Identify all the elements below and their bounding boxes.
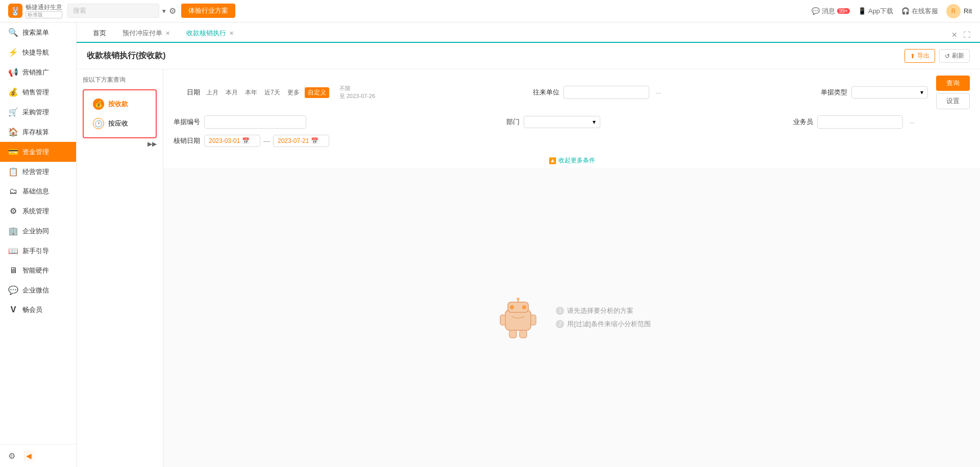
- filter-group-counterpart: 往来单位 ···: [533, 86, 663, 99]
- top-bar: 🐰 畅捷通好生意 标准版 搜索 ▾ ⚙ 体验行业方案 💬 消息 99+ 📱 Ap…: [0, 0, 980, 22]
- sidebar-item-system[interactable]: ⚙ 系统管理: [0, 201, 76, 221]
- sidebar-item-management[interactable]: 📋 经营管理: [0, 162, 76, 182]
- query-btn-group: 查询 设置: [936, 76, 970, 109]
- guide-icon: 📖: [8, 246, 18, 256]
- search-input[interactable]: 搜索: [67, 4, 159, 18]
- settings-btn[interactable]: 设置: [936, 93, 970, 109]
- maximize-window-icon[interactable]: ⛶: [962, 30, 972, 40]
- page-actions: ⬆ 导出 ↺ 刷新: [904, 49, 970, 63]
- svg-point-3: [522, 305, 526, 309]
- top-bar-left: 🐰 畅捷通好生意 标准版 搜索 ▾ ⚙ 体验行业方案: [8, 4, 235, 18]
- marketing-icon: 📢: [8, 67, 18, 77]
- doctype-select[interactable]: ▾: [851, 86, 928, 99]
- finance-icon: 💳: [8, 147, 18, 157]
- docno-input[interactable]: [204, 115, 306, 129]
- sidebar-collapse-btn[interactable]: ◀: [23, 451, 34, 461]
- date-custom[interactable]: 自定义: [305, 87, 329, 98]
- calendar-end-icon: 📅: [311, 137, 318, 144]
- chevron-down-icon[interactable]: ▾: [162, 7, 166, 15]
- sidebar-item-search[interactable]: 🔍 搜索菜单: [0, 22, 76, 42]
- user-area: R Rit: [946, 4, 972, 18]
- staff-input[interactable]: [817, 115, 903, 129]
- panel-item-by-receipt[interactable]: 💰 按收款: [88, 94, 152, 114]
- filter-group-staff: 业务员 ···: [787, 115, 917, 129]
- sidebar-item-purchase[interactable]: 🛒 采购管理: [0, 102, 76, 122]
- sidebar-item-basic-info[interactable]: 🗂 基础信息: [0, 182, 76, 201]
- sidebar-settings-icon[interactable]: ⚙: [8, 451, 15, 461]
- date-last-month[interactable]: 上月: [204, 87, 220, 98]
- tab-controls: ✕ ⛶: [949, 30, 972, 42]
- sidebar: 🔍 搜索菜单 ⚡ 快捷导航 📢 营销推广 💰 销售管理 🛒 采购管理 🏠 库存核…: [0, 22, 77, 467]
- refresh-btn[interactable]: ↺ 刷新: [939, 49, 970, 63]
- content-area: 首页 预付冲应付单 ✕ 收款核销执行 ✕ ✕ ⛶ 收款核销执行(按收款) ⬆ 导…: [77, 22, 980, 467]
- collapse-btn[interactable]: 🔼 收起更多条件: [174, 153, 970, 168]
- dept-select[interactable]: ▾: [524, 116, 600, 128]
- sidebar-item-finance[interactable]: 💳 资金管理: [0, 142, 76, 162]
- date-this-year[interactable]: 本年: [243, 87, 259, 98]
- date-7days[interactable]: 近7天: [262, 87, 282, 98]
- tab-prepay-close[interactable]: ✕: [165, 30, 170, 37]
- verify-date-start[interactable]: 2023-03-01 📅: [204, 135, 260, 147]
- empty-tip-2: 2 用[过滤]条件来缩小分析范围: [556, 317, 650, 331]
- counterpart-dots[interactable]: ···: [653, 89, 663, 96]
- tab-payment-verify-close[interactable]: ✕: [229, 30, 234, 37]
- wechat-icon: 💬: [8, 285, 18, 295]
- collapse-up-icon: 🔼: [549, 157, 556, 164]
- app-download-btn[interactable]: 📱 App下载: [858, 7, 893, 16]
- dept-chevron-icon: ▾: [593, 118, 596, 126]
- filter-row-2: 单据编号 部门 ▾ 业务员: [174, 115, 970, 135]
- svg-rect-8: [509, 330, 517, 338]
- tab-home[interactable]: 首页: [85, 24, 114, 42]
- settings-gear-icon[interactable]: ⚙: [169, 6, 176, 16]
- logo-name: 畅捷通好生意: [26, 4, 62, 11]
- management-icon: 📋: [8, 167, 18, 177]
- sidebar-item-wechat[interactable]: 💬 企业微信: [0, 280, 76, 300]
- svg-point-2: [510, 305, 514, 309]
- panel-item-by-receivable[interactable]: 🕐 按应收: [88, 114, 152, 133]
- sidebar-item-marketing[interactable]: 📢 营销推广: [0, 62, 76, 82]
- industry-btn[interactable]: 体验行业方案: [181, 4, 235, 18]
- user-name: Rit: [964, 7, 972, 15]
- tab-bar: 首页 预付冲应付单 ✕ 收款核销执行 ✕ ✕ ⛶: [77, 22, 980, 43]
- sidebar-bottom: ⚙ ◀: [0, 444, 76, 467]
- search-area: 搜索 ▾ ⚙: [67, 4, 176, 18]
- tab-payment-verify[interactable]: 收款核销执行 ✕: [178, 24, 242, 43]
- top-right-area: 💬 消息 99+ 📱 App下载 🎧 在线客服 R Rit: [812, 4, 972, 18]
- sidebar-item-quick-nav[interactable]: ⚡ 快捷导航: [0, 42, 76, 62]
- date-this-month[interactable]: 本月: [224, 87, 240, 98]
- verify-date-end[interactable]: 2023-07-21 📅: [273, 135, 329, 147]
- sales-icon: 💰: [8, 87, 18, 97]
- sidebar-item-enterprise[interactable]: 🏢 企业协同: [0, 221, 76, 241]
- online-service-btn[interactable]: 🎧 在线客服: [901, 7, 938, 16]
- filter-group-verify-date: 核销日期 2023-03-01 📅 — 2023-07-21 📅: [174, 135, 329, 147]
- message-btn[interactable]: 💬 消息 99+: [812, 7, 850, 16]
- sidebar-item-sales[interactable]: 💰 销售管理: [0, 82, 76, 102]
- date-more[interactable]: 更多: [285, 87, 302, 98]
- tab-prepay[interactable]: 预付冲应付单 ✕: [114, 24, 178, 42]
- export-btn[interactable]: ⬆ 导出: [904, 49, 935, 63]
- system-icon: ⚙: [8, 206, 18, 216]
- download-icon: 📱: [858, 7, 866, 15]
- counterpart-input[interactable]: [564, 86, 649, 99]
- close-window-icon[interactable]: ✕: [949, 30, 960, 40]
- sidebar-item-guide[interactable]: 📖 新手引导: [0, 241, 76, 261]
- query-btn[interactable]: 查询: [936, 76, 970, 91]
- sidebar-item-member[interactable]: V 畅会员: [0, 300, 76, 319]
- basic-info-icon: 🗂: [8, 187, 18, 196]
- left-panel-title: 按以下方案查询: [83, 76, 157, 84]
- svg-rect-6: [500, 315, 505, 325]
- empty-tips: 1 请先选择要分析的方案 2 用[过滤]条件来缩小分析范围: [556, 304, 650, 331]
- filter-row-3: 核销日期 2023-03-01 📅 — 2023-07-21 📅: [174, 135, 970, 153]
- staff-dots[interactable]: ···: [907, 118, 917, 126]
- verify-date-label: 核销日期: [174, 136, 200, 145]
- filter-panel-container: 按以下方案查询 💰 按收款 🕐 按应收 ▶▶: [77, 69, 980, 467]
- hardware-icon: 🖥: [8, 266, 18, 275]
- sidebar-item-inventory[interactable]: 🏠 库存核算: [0, 122, 76, 142]
- app-logo: 🐰 畅捷通好生意 标准版: [8, 4, 62, 18]
- page-title: 收款核销执行(按收款): [87, 51, 166, 61]
- panel-collapse-arrow[interactable]: ▶▶: [148, 140, 157, 148]
- sidebar-item-hardware[interactable]: 🖥 智能硬件: [0, 261, 76, 280]
- filter-row-1: 日期 上月 本月 本年 近7天 更多 自定义 不限: [174, 76, 970, 115]
- date-dash: —: [263, 137, 270, 145]
- counterpart-label: 往来单位: [533, 88, 559, 97]
